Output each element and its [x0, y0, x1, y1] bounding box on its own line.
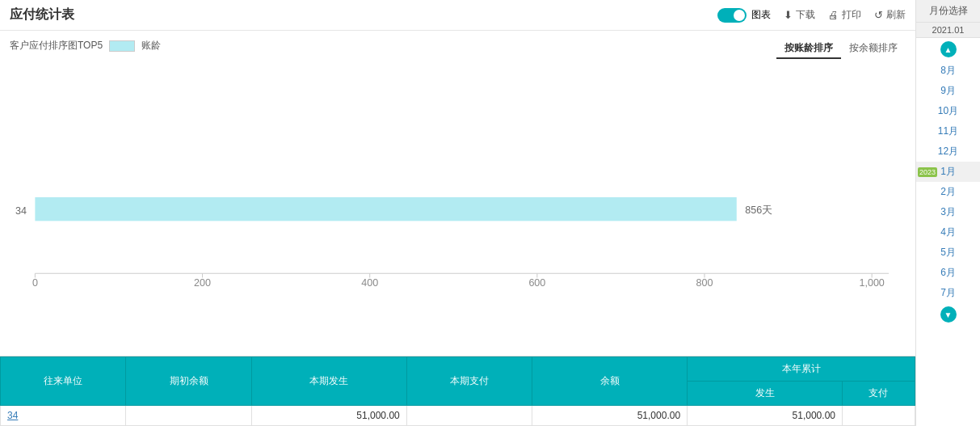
col-ytd-pay-header: 支付 [842, 382, 915, 406]
svg-text:200: 200 [194, 277, 211, 289]
download-icon: ⬇ [784, 9, 793, 21]
refresh-button[interactable]: ↺ 刷新 [874, 8, 906, 22]
month-6[interactable]: 6月 [916, 263, 980, 283]
col-vendor-header: 往来单位 [1, 357, 126, 406]
sidebar-nav-down: ▼ [916, 303, 980, 326]
chart-legend: 客户应付排序图TOP5 账龄 [10, 39, 161, 53]
sort-tab-age[interactable]: 按账龄排序 [776, 39, 841, 59]
sidebar-year-label: 2021.01 [916, 23, 980, 38]
month-12[interactable]: 12月 [916, 141, 980, 162]
month-1-with-year[interactable]: 2023 1月 [916, 162, 980, 182]
month-10[interactable]: 10月 [916, 101, 980, 121]
svg-text:800: 800 [696, 277, 713, 289]
chart-toggle[interactable] [717, 8, 747, 23]
sort-tabs: 按账龄排序 按余额排序 [776, 39, 906, 59]
table-header-row1: 往来单位 期初余额 本期发生 本期支付 余额 本年累计 [1, 357, 915, 382]
svg-text:856天: 856天 [745, 205, 772, 216]
sort-tab-balance[interactable]: 按余额排序 [841, 39, 906, 59]
cell-ytd-pay [842, 406, 915, 426]
vendor-link[interactable]: 34 [7, 410, 18, 421]
col-current-occur-header: 本期发生 [251, 357, 406, 406]
legend-text: 客户应付排序图TOP5 [10, 39, 103, 53]
col-balance-header: 余额 [532, 357, 688, 406]
svg-text:1,000: 1,000 [859, 277, 884, 289]
cell-current-pay [406, 406, 532, 426]
month-4[interactable]: 4月 [916, 222, 980, 243]
page-header: 应付统计表 图表 ⬇ 下载 🖨 打印 ↺ 刷新 [0, 0, 915, 31]
months-list: 8月 9月 10月 11月 12月 2023 1月 2月 3月 4月 5月 6月… [916, 61, 980, 303]
chart-toggle-label: 图表 [751, 8, 771, 22]
month-2[interactable]: 2月 [916, 182, 980, 202]
svg-text:600: 600 [528, 277, 545, 289]
chart-section: 客户应付排序图TOP5 账龄 按账龄排序 按余额排序 34 856天 [0, 31, 915, 356]
svg-text:400: 400 [361, 277, 378, 289]
cell-vendor: 34 [1, 406, 126, 426]
download-button[interactable]: ⬇ 下载 [784, 8, 815, 22]
svg-rect-1 [35, 197, 736, 221]
chart-svg: 34 856天 0 200 400 600 800 1,000 [10, 64, 906, 348]
data-table: 往来单位 期初余额 本期发生 本期支付 余额 本年累计 发生 支付 34 51,… [0, 356, 915, 426]
cell-balance: 51,000.00 [532, 406, 688, 426]
refresh-icon: ↺ [874, 9, 883, 21]
print-button[interactable]: 🖨 打印 [828, 8, 861, 22]
month-9[interactable]: 9月 [916, 81, 980, 101]
col-current-pay-header: 本期支付 [406, 357, 532, 406]
chart-area: 34 856天 0 200 400 600 800 1,000 [10, 64, 906, 348]
year-badge: 2023 [918, 167, 937, 177]
cell-ytd-occur: 51,000.00 [688, 406, 843, 426]
month-7[interactable]: 7月 [916, 283, 980, 303]
print-icon: 🖨 [828, 9, 839, 21]
sidebar-nav-up: ▲ [916, 38, 980, 61]
legend-box [109, 40, 135, 52]
month-5[interactable]: 5月 [916, 243, 980, 263]
col-opening-header: 期初余额 [126, 357, 251, 406]
nav-down-button[interactable]: ▼ [940, 306, 957, 323]
sidebar-header: 月份选择 [916, 0, 980, 23]
chart-toggle-wrap: 图表 [717, 8, 771, 23]
header-actions: 图表 ⬇ 下载 🖨 打印 ↺ 刷新 [717, 8, 906, 23]
col-ytd-header: 本年累计 [688, 357, 915, 382]
legend-box-label: 账龄 [141, 39, 161, 53]
col-ytd-occur-header: 发生 [688, 382, 843, 406]
month-11[interactable]: 11月 [916, 121, 980, 141]
cell-opening [126, 406, 251, 426]
right-sidebar: 月份选择 2021.01 ▲ 8月 9月 10月 11月 12月 2023 1月… [915, 0, 980, 426]
svg-text:34: 34 [15, 205, 27, 217]
table-section: 往来单位 期初余额 本期发生 本期支付 余额 本年累计 发生 支付 34 51,… [0, 356, 915, 426]
month-8[interactable]: 8月 [916, 61, 980, 81]
cell-current-occur: 51,000.00 [251, 406, 406, 426]
table-row: 34 51,000.00 51,000.00 51,000.00 [1, 406, 915, 426]
page-title: 应付统计表 [10, 6, 74, 23]
nav-up-button[interactable]: ▲ [940, 41, 957, 57]
svg-text:0: 0 [32, 277, 38, 289]
month-3[interactable]: 3月 [916, 202, 980, 222]
